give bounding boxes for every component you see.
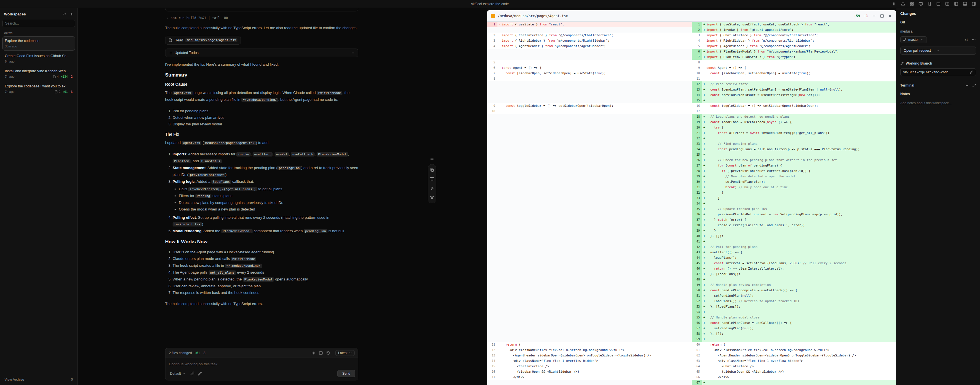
panel-bottom-icon[interactable] (963, 2, 967, 6)
latest-dropdown[interactable]: Latest (336, 350, 355, 356)
view-archive-link[interactable]: View Archive (5, 377, 24, 382)
code-text: // Load plans and detect new pending pla… (706, 114, 896, 119)
copy-icon[interactable] (430, 168, 434, 172)
line-number: 66 (692, 374, 702, 380)
chevron-down-icon[interactable] (872, 14, 876, 18)
sidebar-footer[interactable]: View Archive 0 (2, 375, 75, 382)
rows-icon[interactable] (319, 351, 323, 355)
diff-marker: + (702, 288, 706, 293)
code-text: } (706, 228, 896, 233)
workspace-item[interactable]: Create Good First Issues on Github So...… (2, 51, 75, 66)
code-text (706, 98, 896, 103)
working-branch-input[interactable]: vk/3ccf-explore-the-code (900, 68, 976, 76)
assistant-paragraph: The Agent.tsx page was missing all plan … (165, 89, 358, 103)
columns-icon[interactable] (880, 14, 884, 18)
line-number: 57 (692, 326, 702, 331)
code-text: const Agent = () => { (502, 65, 692, 70)
rows-icon[interactable] (936, 2, 940, 6)
chevron-down-icon[interactable] (351, 51, 355, 55)
git-branch-icon (900, 62, 904, 65)
diff-marker (498, 141, 502, 146)
expand-terminal-icon[interactable] (972, 84, 976, 88)
code-text: import { ChatInterface } from "@/compone… (706, 33, 896, 38)
line-number (487, 299, 498, 304)
diff-line: 16 {sidebarOpen && <RightSidebar />} (487, 369, 692, 374)
monitor-icon[interactable] (430, 177, 434, 181)
terminal-command[interactable]: npm run build 2>&1 | tail -80 (166, 16, 358, 20)
open-pr-button[interactable]: Open pull request (900, 46, 976, 54)
columns-icon[interactable] (945, 2, 950, 6)
updated-todos[interactable]: Updated Todos (165, 49, 358, 57)
terminal-section-header[interactable]: Terminal (900, 83, 976, 88)
diff-line: 20+ try { (692, 125, 896, 130)
notes-section-header[interactable]: Notes (900, 92, 976, 96)
code-text (502, 277, 692, 282)
notes-placeholder[interactable]: Add notes about this workspace... (900, 100, 976, 106)
send-button[interactable]: Send (337, 370, 355, 377)
workspace-item[interactable]: Explore the codebase35m ago (2, 36, 75, 51)
workspace-item-time: 7h ago (5, 90, 14, 93)
bold-text: Imports (173, 152, 186, 156)
list-item: User can review, annotate, approve, or r… (173, 283, 358, 290)
message-input[interactable] (169, 362, 355, 366)
line-number: 9 (692, 65, 702, 70)
panel-right-icon[interactable] (972, 2, 976, 6)
diff-header: /medusa/medusa/src/pages/Agent.tsx +59 -… (487, 10, 896, 22)
code-text (502, 304, 692, 309)
line-number (487, 119, 498, 125)
collapsed-block[interactable] (165, 8, 358, 11)
line-number: 38 (692, 223, 702, 228)
code-text (706, 108, 896, 114)
fork-icon[interactable] (430, 195, 434, 200)
line-number (487, 152, 498, 158)
line-number (487, 92, 498, 98)
diff-line: 46+ return () => clearInterval(interval)… (692, 266, 896, 271)
diff-marker (498, 168, 502, 173)
play-icon[interactable] (430, 186, 434, 191)
panel-left-icon[interactable] (954, 2, 958, 6)
diff-line (487, 146, 692, 152)
diff-line (487, 271, 692, 277)
new-terminal-icon[interactable] (965, 84, 969, 88)
paperclip-icon[interactable] (191, 372, 194, 375)
code-text (706, 152, 896, 158)
edit-icon[interactable] (970, 70, 973, 74)
code-text (502, 114, 692, 119)
inline-code: useCallback (291, 152, 315, 156)
diff-line: 34+ (692, 201, 896, 206)
files-changed-label: 2 files changed (169, 351, 192, 355)
grip-icon[interactable] (430, 156, 434, 161)
branch-selector[interactable]: master (900, 36, 927, 43)
workspace-item[interactable]: Install and integrate Vibe Kanban Web...… (2, 67, 75, 81)
pen-icon[interactable] (198, 372, 202, 375)
diff-line (487, 168, 692, 173)
diff-marker: + (702, 320, 706, 326)
more-menu-icon[interactable] (971, 37, 976, 42)
collapse-sidebar-icon[interactable] (62, 12, 66, 16)
monitor-icon[interactable] (919, 2, 923, 6)
workspace-item[interactable]: Explore the codebase I want you to ex...… (2, 82, 75, 96)
diff-line: 19+ const loadPlans = useCallback(async … (692, 119, 896, 125)
diff-marker: + (702, 163, 706, 168)
share-icon[interactable] (901, 2, 905, 6)
code-text (502, 239, 692, 244)
eye-icon[interactable] (312, 351, 315, 355)
line-number (487, 201, 498, 206)
grid-icon[interactable] (910, 2, 914, 6)
new-workspace-icon[interactable] (70, 12, 73, 16)
diff-line: 27+ for (const plan of pendingPlans) { (692, 163, 896, 168)
tool-call-read[interactable]: Readmedusa/src/pages/Agent.tsx (165, 36, 241, 45)
pause-icon[interactable] (892, 2, 896, 6)
line-number: 54 (692, 309, 702, 315)
diff-marker (498, 76, 502, 81)
code-text (502, 309, 692, 315)
model-selector[interactable]: Default (168, 371, 187, 376)
workspace-item-meta: 35m ago (5, 45, 73, 48)
history-icon[interactable] (326, 351, 330, 355)
smartphone-icon[interactable] (928, 2, 932, 6)
files-changed-badge: 2 (54, 90, 60, 93)
close-icon[interactable] (888, 14, 892, 18)
code-text: // Handle plan review completion (706, 282, 896, 288)
search-input[interactable] (2, 20, 75, 27)
line-number: 11 (487, 342, 498, 347)
